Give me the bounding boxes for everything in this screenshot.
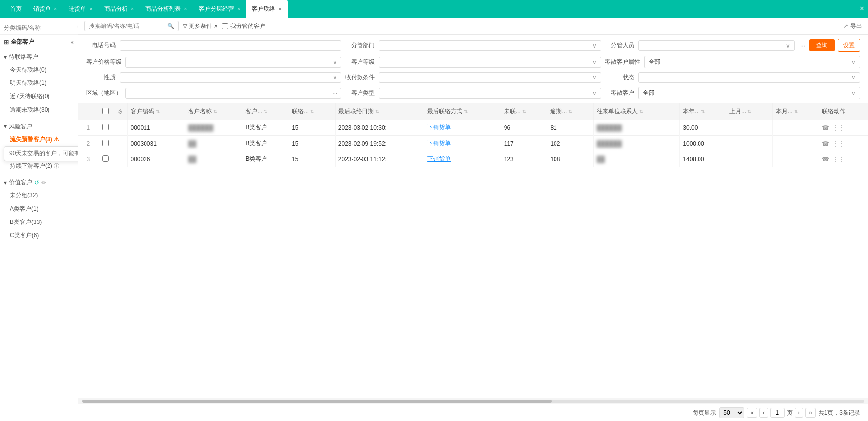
table-gear-icon[interactable]: ⚙ [118, 108, 123, 115]
overdue-sort-icon[interactable]: ⇅ [568, 109, 572, 114]
all-customers-title[interactable]: ⊞ 全部客户 « [0, 35, 78, 49]
sidebar-item-class-b[interactable]: B类客户(33) [0, 216, 78, 229]
sidebar-item-declining[interactable]: 持续下滑客户(2) ⓘ [0, 159, 78, 173]
nav-tab-customer-layer[interactable]: 客户分层经营 × [193, 0, 246, 18]
region-select[interactable]: ··· [125, 88, 341, 99]
first-page-button[interactable]: « [747, 408, 757, 418]
customer-grade-select[interactable]: ∨ [379, 57, 601, 68]
customer-type-select[interactable]: ∨ [379, 88, 601, 99]
not-contacted-sort-icon[interactable]: ⇅ [522, 109, 526, 114]
row-checkbox[interactable] [102, 140, 109, 146]
pending-contact-title[interactable]: ▾ 待联络客户 [0, 51, 78, 63]
more-action-icon[interactable]: ⋮⋮ [832, 140, 844, 147]
this-year-sort-icon[interactable]: ⇅ [701, 109, 705, 114]
manager-more-icon[interactable]: ··· [800, 42, 805, 49]
window-close-button[interactable]: × [860, 4, 864, 13]
phone-input[interactable] [120, 40, 341, 51]
price-grade-select[interactable]: ∨ [125, 57, 341, 68]
refresh-icon[interactable]: ↺ [34, 179, 39, 186]
edit-icon[interactable]: ✏ [41, 179, 46, 186]
code-sort-icon[interactable]: ⇅ [156, 109, 160, 114]
row-checkbox[interactable] [102, 124, 109, 130]
nav-tab-analysis[interactable]: 商品分析 × [98, 0, 140, 18]
filter-search-input[interactable] [89, 23, 167, 29]
filter-search-button[interactable]: 🔍 [167, 23, 174, 29]
row-checkbox[interactable] [102, 155, 109, 162]
type-sort-icon[interactable]: ⇅ [264, 109, 267, 114]
page-size-select[interactable]: 50 100 200 [719, 407, 744, 418]
region-more-icon[interactable]: ··· [332, 90, 337, 97]
sidebar-item-ungrouped[interactable]: 未分组(32) [0, 189, 78, 202]
sidebar-item-loss-warning[interactable]: 流失预警客户(3) ⚠ [0, 133, 78, 146]
sidebar-search-input[interactable] [4, 25, 77, 31]
last-month-sort-icon[interactable]: ⇅ [747, 109, 751, 114]
nav-tab-home[interactable]: 首页 [4, 0, 27, 18]
close-analysis-list-tab[interactable]: × [184, 6, 187, 12]
cell-last-method[interactable]: 下销货单 [424, 120, 501, 136]
scrollbar-track[interactable] [82, 400, 864, 403]
value-customer-title[interactable]: ▾ 价值客户 ↺ ✏ [0, 176, 78, 189]
last-date-sort-icon[interactable]: ⇅ [375, 109, 379, 114]
cell-checkbox[interactable] [98, 120, 113, 136]
cell-unit-contact: ██████ [594, 136, 680, 151]
filter-panel: 电话号码 分管部门 ∨ 分管人员 ∨ ··· 查询 设置 [78, 35, 868, 103]
last-page-button[interactable]: » [805, 408, 816, 418]
payment-select[interactable]: ∨ [379, 72, 601, 83]
cell-checkbox[interactable] [98, 151, 113, 167]
this-month-sort-icon[interactable]: ⇅ [794, 109, 798, 114]
status-select[interactable]: ∨ [638, 72, 860, 83]
contact-action-icon[interactable]: ☎ [822, 140, 829, 147]
sidebar-item-class-c[interactable]: C类客户(6) [0, 229, 78, 242]
scrollbar-thumb[interactable] [82, 400, 552, 403]
cell-last-method[interactable]: 下销货单 [424, 151, 501, 167]
filter-search-box[interactable]: 🔍 [84, 21, 179, 31]
my-customers-check-input[interactable] [222, 23, 228, 29]
nature-select[interactable]: ∨ [120, 72, 341, 83]
close-customer-contact-tab[interactable]: × [278, 6, 281, 12]
sidebar-search-area[interactable]: 🔍 [0, 22, 78, 35]
export-icon: ↗ [844, 23, 848, 29]
sidebar-item-tomorrow[interactable]: 明天待联络(1) [0, 76, 78, 90]
cell-contact: 15 [289, 136, 336, 151]
more-action-icon[interactable]: ⋮⋮ [832, 156, 844, 163]
risk-customer-title[interactable]: ▾ 风险客户 [0, 121, 78, 133]
nav-tab-analysis-list[interactable]: 商品分析列表 × [140, 0, 193, 18]
col-type: 客户... ⇅ [242, 103, 289, 120]
manager-select[interactable]: ∨ [638, 40, 795, 51]
horizontal-scrollbar[interactable] [78, 398, 868, 404]
close-sales-tab[interactable]: × [54, 6, 57, 12]
contact-action-icon[interactable]: ☎ [822, 124, 829, 131]
contact-sort-icon[interactable]: ⇅ [310, 109, 314, 114]
query-button[interactable]: 查询 [809, 39, 835, 51]
cell-checkbox[interactable] [98, 136, 113, 151]
select-all-checkbox[interactable] [102, 108, 109, 114]
dept-select[interactable]: ∨ [379, 40, 601, 51]
filter-row-phone: 电话号码 [86, 39, 341, 52]
current-page-input[interactable] [770, 408, 785, 418]
last-method-sort-icon[interactable]: ⇅ [464, 109, 468, 114]
close-analysis-tab[interactable]: × [131, 6, 134, 12]
sidebar-item-class-a[interactable]: A类客户(1) [0, 202, 78, 216]
sidebar-item-overdue[interactable]: 逾期未联络(30) [0, 103, 78, 117]
retail-attr-select[interactable]: 全部 ∨ [644, 56, 860, 68]
more-action-icon[interactable]: ⋮⋮ [832, 124, 844, 131]
sidebar-item-7days[interactable]: 近7天待联络(0) [0, 90, 78, 103]
nav-tab-purchase[interactable]: 进货单 × [63, 0, 98, 18]
retail-customer-select[interactable]: 全部 ∨ [638, 87, 860, 99]
nav-tab-customer-contact[interactable]: 客户联络 × [246, 0, 287, 18]
next-page-button[interactable]: › [795, 408, 803, 418]
cell-this-year: 30.00 [680, 120, 726, 136]
more-conditions-toggle[interactable]: ▽ 更多条件 ∧ [183, 22, 218, 30]
prev-page-button[interactable]: ‹ [759, 408, 768, 418]
sidebar-item-today[interactable]: 今天待联络(0) [0, 63, 78, 76]
nav-tab-sales[interactable]: 销货单 × [27, 0, 63, 18]
cell-last-method[interactable]: 下销货单 [424, 136, 501, 151]
contact-action-icon[interactable]: ☎ [822, 156, 829, 163]
settings-button[interactable]: 设置 [838, 39, 860, 52]
close-purchase-tab[interactable]: × [89, 6, 92, 12]
my-customers-checkbox[interactable]: 我分管的客户 [222, 22, 265, 30]
export-button[interactable]: ↗ 导出 [844, 22, 862, 30]
name-sort-icon[interactable]: ⇅ [213, 109, 217, 114]
close-customer-layer-tab[interactable]: × [237, 6, 240, 12]
unit-contact-sort-icon[interactable]: ⇅ [639, 109, 643, 114]
